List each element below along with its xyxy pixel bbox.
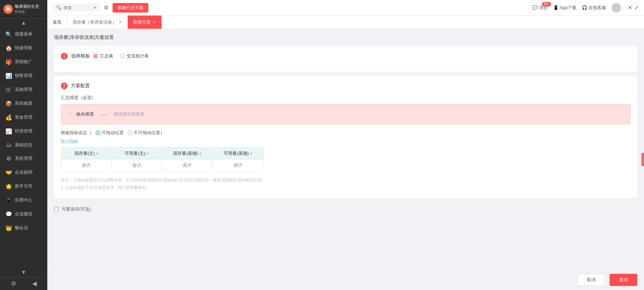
stats-col-main-qty[interactable]: 现存量(主) ▾ [61,148,112,159]
stats-col-available-main-label: 可用量(主) [125,150,145,156]
cancel-button[interactable]: 取消 [577,274,605,286]
sidebar-item-marketing[interactable]: 🎁 营销推广 [0,55,47,69]
sidebar-item-basic-info[interactable]: 🗂 基础信息 [0,138,47,152]
sidebar-item-label: 基础信息 [15,142,32,148]
sidebar-scroll-down[interactable]: ▼ [0,268,47,277]
search-dropdown-icon[interactable]: ▾ [94,5,96,10]
sidebar-item-search-menu[interactable]: 🔍 搜索菜单 [0,27,47,41]
stats-col-aux-qty-label: 现存量(基辅) [173,150,198,156]
radio-cross[interactable]: 交叉统计表 [120,53,149,59]
stats-col-main-qty-dropdown[interactable]: ▾ [96,151,98,156]
sidebar-item-newbie[interactable]: 🌟 新手引导 [0,179,47,193]
stats-body-available-aux: 合计 [213,159,264,171]
sidebar-item-label: 快捷导航 [15,45,32,51]
app-download-action[interactable]: 📱 App下载 [553,5,576,11]
sidebar-item-label: 资金管理 [15,114,32,120]
search-input[interactable] [64,5,91,10]
headset-icon: 🎧 [582,5,587,10]
trial-button[interactable]: 体验行业方案 [113,3,148,13]
stats-col-available-aux[interactable]: 可用量(基辅) ▾ [213,148,264,159]
dimension-box: * 纵向维度 —— 请选择分组维度 [61,104,630,124]
search-box[interactable]: 🔍 ▾ [53,4,100,11]
search-menu-icon: 🔍 [5,31,12,38]
sidebar-item-member[interactable]: 👑 畅会员 [0,221,47,235]
online-service-label: 在线客服 [589,5,606,11]
header-actions: 💬 消息 99+ 📱 App下载 🎧 在线客服 [532,3,621,13]
stats-col-available-main[interactable]: 可用量(主) ▾ [112,148,163,159]
tab-new-scheme[interactable]: 新建方案 ✕ [128,16,162,29]
scroll-indicator [641,153,644,166]
stats-col-available-aux-dropdown[interactable]: ▾ [250,151,252,156]
vertical-dimension-label: 纵向维度 [76,111,94,117]
main-content: 🔍 ▾ ⚙ 体验行业方案 💬 消息 99+ 📱 App下载 🎧 在线客服 ✕ [47,0,644,290]
stats-col-available-aux-label: 可用量(基辅) [224,150,249,156]
basic-info-icon: 🗂 [5,142,12,148]
non-draggable-label: 不可拖动位置） [134,130,165,136]
tab-new-scheme-close[interactable]: ✕ [153,20,156,25]
draggable-box [96,130,100,135]
logo-icon: 畅 [3,4,13,14]
message-action[interactable]: 💬 消息 99+ [532,5,548,11]
tab-home[interactable]: 首页 [47,16,67,29]
sidebar-item-label: 企业协同 [15,169,32,175]
stats-col-available-main-dropdown[interactable]: ▾ [147,151,149,156]
save-row: 方案保存(可选) [54,202,637,216]
tab-inventory-status-close[interactable]: ✕ [119,20,122,25]
radio-summary[interactable]: 汇总表 [93,53,113,59]
finance-icon: 💰 [5,114,12,121]
step2-section: 2 方案配置 汇总维度（必选） * 纵向维度 —— 请选择分组维度 模板指标设定… [54,76,637,198]
sidebar-collapse-button[interactable]: ◀ [32,280,37,287]
stats-table: 现存量(主) ▾ 可用量(主) ▾ 现存量(基辅) ▾ 可用量(基辅) ▾ [61,147,264,171]
sidebar-item-inventory[interactable]: 📦 库存核算 [0,97,47,111]
tab-inventory-status[interactable]: 现存量（库存状况表） ✕ [67,16,128,29]
sidebar-item-enterprise[interactable]: 🤝 企业协同 [0,166,47,179]
template-indicator-text: 模板指标设定（ [61,130,92,136]
expand-window-button[interactable]: ⤢ [634,4,639,11]
stats-table-body: 合计 合计 合计 合计 [61,159,263,171]
marketing-icon: 🎁 [5,59,12,65]
sidebar-item-operations[interactable]: 📈 经营管理 [0,124,47,138]
sidebar-item-purchase[interactable]: 🛒 采购管理 [0,83,47,97]
online-service-action[interactable]: 🎧 在线客服 [582,5,606,11]
sidebar-item-label: 营销推广 [15,59,32,65]
hints-section: 提示： 1.拖动标题栏可以调整布局，不可跨维度或指标区域拖动栏目字段(只能在同一… [61,177,630,191]
close-window-button[interactable]: ✕ [628,4,632,11]
non-draggable-box [128,130,132,135]
stats-body-available-main: 合计 [112,159,163,171]
top-header: 🔍 ▾ ⚙ 体验行业方案 💬 消息 99+ 📱 App下载 🎧 在线客服 ✕ [47,0,644,16]
dimension-placeholder[interactable]: 请选择分组维度 [114,111,144,117]
user-avatar[interactable] [612,3,621,13]
step1-number: 1 [61,53,68,59]
save-checkbox[interactable] [54,207,59,212]
sidebar: 畅 畅康通好生意 标准版 ▲ 🔍 搜索菜单 🏠 快捷导航 🎁 营销推广 📊 销售… [0,0,47,290]
sidebar-item-finance[interactable]: 💰 资金管理 [0,111,47,124]
step2-title: 方案配置 [71,83,90,89]
sidebar-item-label: 新手引导 [15,183,32,189]
sidebar-item-app-center[interactable]: 📱 应用中心 [0,193,47,207]
stats-col-aux-qty-dropdown[interactable]: ▾ [199,151,201,156]
message-badge: 99+ [542,2,551,6]
sidebar-settings-button[interactable]: ⚙ [11,280,16,287]
sidebar-item-quick-nav[interactable]: 🏠 快捷导航 [0,41,47,55]
app-edition: 标准版 [15,9,39,14]
sidebar-item-label: 库存核算 [15,100,32,106]
required-mark: * [69,112,71,117]
header-gear-icon[interactable]: ⚙ [104,4,108,11]
sidebar-item-label: 采购管理 [15,87,32,93]
stats-col-aux-qty[interactable]: 现存量(基辅) ▾ [162,148,213,159]
step2-header: 2 方案配置 [61,82,630,89]
sidebar-item-sales[interactable]: 📊 销售管理 [0,69,47,83]
stats-body-aux-qty: 合计 [162,159,213,171]
tab-home-label: 首页 [53,19,61,25]
sidebar-item-system[interactable]: ⚙ 系统管理 [0,152,47,166]
sidebar-item-wechat[interactable]: 💬 企业微信 [0,207,47,221]
sidebar-item-label: 系统管理 [15,155,32,162]
step1-title: 选择模板 [71,53,90,59]
sidebar-scroll-up[interactable]: ▲ [0,19,47,27]
wechat-icon: 💬 [5,211,12,217]
system-icon: ⚙ [5,155,12,162]
tab-new-scheme-label: 新建方案 [133,19,151,25]
app-download-icon: 📱 [553,5,559,10]
query-button[interactable]: 查询 [610,274,637,286]
step2-number: 2 [61,82,68,89]
